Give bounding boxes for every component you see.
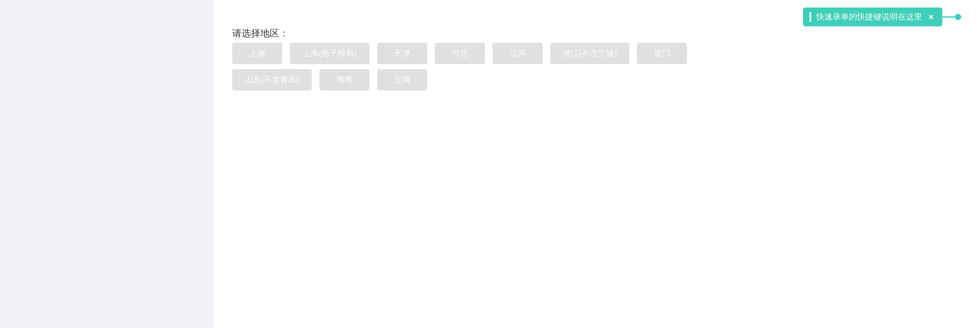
tooltip-connector-dot (955, 14, 961, 20)
region-button-jiangsu[interactable]: 江苏 (493, 43, 543, 64)
page-label: 请选择地区： (232, 28, 289, 40)
region-button-tianjin[interactable]: 天津 (377, 43, 427, 64)
region-button-hebei[interactable]: 河北 (435, 43, 485, 64)
region-button-zhejiang[interactable]: 浙江(不含宁波) (550, 43, 630, 64)
main-content: 请选择地区： 上海上海(电子税局)天津河北江苏浙江(不含宁波)厦门 山东(不含青… (213, 0, 980, 328)
region-button-shanghai[interactable]: 上海 (232, 43, 282, 64)
region-buttons-row1: 上海上海(电子税局)天津河北江苏浙江(不含宁波)厦门 (232, 43, 687, 64)
tooltip-text: 快速录单的快捷键说明在这里 (816, 11, 922, 23)
region-button-xiamen[interactable]: 厦门 (637, 43, 687, 64)
region-button-hainan[interactable]: 海南 (319, 69, 370, 90)
tooltip-close-button[interactable]: × (929, 12, 934, 22)
region-buttons-row2: 山东(不含青岛)海南云南 (232, 69, 427, 90)
left-sidebar (0, 0, 213, 328)
region-button-shandong[interactable]: 山东(不含青岛) (232, 69, 312, 90)
tooltip-banner: 快速录单的快捷键说明在这里 × (803, 8, 942, 26)
region-button-shanghai-electronic[interactable]: 上海(电子税局) (290, 43, 370, 64)
region-button-yunnan[interactable]: 云南 (377, 69, 427, 90)
tooltip-bar-decoration (809, 12, 811, 22)
